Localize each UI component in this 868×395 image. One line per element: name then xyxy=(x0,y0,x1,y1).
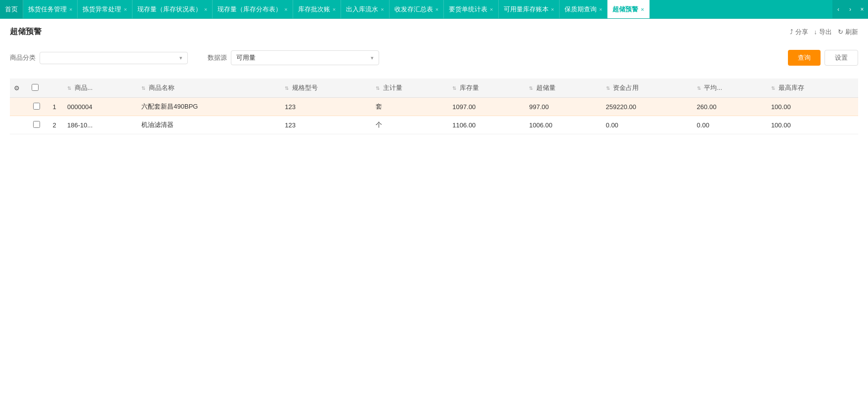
nav-abnormal[interactable]: 拣货异常处理 × xyxy=(78,0,132,18)
nav-inventory-batch[interactable]: 库存批次账 × xyxy=(293,0,341,18)
row-overstock-0: 997.00 xyxy=(525,98,602,116)
settings-button[interactable]: 设置 xyxy=(825,50,858,66)
row-gear-0 xyxy=(10,98,28,116)
datasource-filter-label: 数据源 xyxy=(208,53,227,62)
row-product-name-0: 六配套新昌490BPG xyxy=(137,98,281,116)
th-overstock[interactable]: ⇅ 超储量 xyxy=(525,79,602,98)
sort-icon-avg: ⇅ xyxy=(697,85,701,91)
row-avg-0: 260.00 xyxy=(693,98,767,116)
nav-receive-summary-label: 收发存汇总表 xyxy=(394,5,433,14)
sort-icon-inventory: ⇅ xyxy=(452,85,456,91)
main-content: 超储预警 ⤴ 分享 ↓ 导出 ↻ 刷新 商品分类 ▾ 数据源 xyxy=(0,19,868,395)
category-select[interactable]: ▾ xyxy=(40,52,188,64)
row-inventory-1: 1106.00 xyxy=(448,116,525,134)
th-inventory[interactable]: ⇅ 库存量 xyxy=(448,79,525,98)
select-all-checkbox[interactable] xyxy=(32,84,39,91)
sort-icon-spec: ⇅ xyxy=(285,85,289,91)
page-title: 超储预警 xyxy=(10,27,42,37)
refresh-icon: ↻ xyxy=(838,28,843,36)
refresh-button[interactable]: ↻ 刷新 xyxy=(838,28,858,37)
nav-task-mgmt-label: 拣货任务管理 xyxy=(28,5,67,14)
share-icon: ⤴ xyxy=(790,28,793,36)
nav-arrows: ‹ › × xyxy=(832,0,868,19)
share-button[interactable]: ⤴ 分享 xyxy=(790,28,808,37)
category-filter-label: 商品分类 xyxy=(10,53,36,62)
row-product-name-1: 机油滤清器 xyxy=(137,116,281,134)
row-spec-1: 123 xyxy=(281,116,372,134)
export-label: 导出 xyxy=(819,28,832,37)
nav-home[interactable]: 首页 xyxy=(0,0,23,18)
row-overstock-1: 1006.00 xyxy=(525,116,602,134)
header-actions: ⤴ 分享 ↓ 导出 ↻ 刷新 xyxy=(790,28,859,37)
row-avg-1: 0.00 xyxy=(693,116,767,134)
nav-quality-check[interactable]: 保质期查询 × xyxy=(560,0,608,18)
sort-icon-unit: ⇅ xyxy=(376,85,380,91)
nav-order-stats-close[interactable]: × xyxy=(490,6,493,12)
nav-inventory-dist[interactable]: 现存量（库存分布表） × xyxy=(213,0,293,18)
nav-abnormal-label: 拣货异常处理 xyxy=(83,5,121,14)
datasource-dropdown-icon: ▾ xyxy=(371,55,374,61)
export-icon: ↓ xyxy=(814,28,818,36)
table-row: 2 186-10... 机油滤清器 123 个 1106.00 1006.00 … xyxy=(10,116,858,134)
th-settings[interactable]: ⚙ xyxy=(10,79,28,98)
row-spec-0: 123 xyxy=(281,98,372,116)
datasource-filter: 数据源 可用量 ▾ xyxy=(208,50,379,65)
nav-inventory-dist-close[interactable]: × xyxy=(284,6,287,12)
nav-quality-check-close[interactable]: × xyxy=(599,6,602,12)
nav-inventory-batch-close[interactable]: × xyxy=(333,6,336,12)
nav-task-mgmt[interactable]: 拣货任务管理 × xyxy=(23,0,78,18)
export-button[interactable]: ↓ 导出 xyxy=(814,28,832,37)
query-button[interactable]: 查询 xyxy=(788,50,821,66)
nav-inventory-dist-label: 现存量（库存分布表） xyxy=(217,5,282,14)
nav-order-stats[interactable]: 要货单统计表 × xyxy=(444,0,498,18)
row-unit-1: 个 xyxy=(372,116,448,134)
th-product-name[interactable]: ⇅ 商品名称 xyxy=(137,79,281,98)
nav-inventory-status-label: 现存量（库存状况表） xyxy=(137,5,202,14)
page-header: 超储预警 ⤴ 分享 ↓ 导出 ↻ 刷新 xyxy=(10,27,858,37)
nav-abnormal-close[interactable]: × xyxy=(124,6,127,12)
nav-available-inventory[interactable]: 可用量库存账本 × xyxy=(499,0,560,18)
th-checkbox[interactable] xyxy=(28,79,45,98)
row-checkbox-cell-0[interactable] xyxy=(28,98,45,116)
filter-row: 商品分类 ▾ 数据源 可用量 ▾ 查询 设置 xyxy=(10,45,858,71)
datasource-select[interactable]: 可用量 ▾ xyxy=(231,50,379,65)
nav-close-all[interactable]: × xyxy=(856,0,868,19)
row-checkbox-0[interactable] xyxy=(33,103,40,110)
nav-inventory-status[interactable]: 现存量（库存状况表） × xyxy=(132,0,213,18)
th-capital[interactable]: ⇅ 资金占用 xyxy=(602,79,693,98)
row-product-code-1: 186-10... xyxy=(63,116,137,134)
nav-inventory-status-close[interactable]: × xyxy=(204,6,207,12)
nav-available-inventory-label: 可用量库存账本 xyxy=(504,5,549,14)
nav-inout-flow-close[interactable]: × xyxy=(381,6,384,12)
row-max-inventory-1: 100.00 xyxy=(767,116,858,134)
row-checkbox-cell-1[interactable] xyxy=(28,116,45,134)
nav-receive-summary[interactable]: 收发存汇总表 × xyxy=(390,0,444,18)
th-avg[interactable]: ⇅ 平均... xyxy=(693,79,767,98)
th-spec[interactable]: ⇅ 规格型号 xyxy=(281,79,372,98)
category-filter: 商品分类 ▾ xyxy=(10,52,188,64)
nav-available-inventory-close[interactable]: × xyxy=(551,6,554,12)
row-inventory-0: 1097.00 xyxy=(448,98,525,116)
th-product-code[interactable]: ⇅ 商品... xyxy=(63,79,137,98)
nav-order-stats-label: 要货单统计表 xyxy=(449,5,487,14)
sort-icon-capital: ⇅ xyxy=(606,85,610,91)
sort-icon-product-code: ⇅ xyxy=(67,85,71,91)
nav-receive-summary-close[interactable]: × xyxy=(435,6,438,12)
row-capital-0: 259220.00 xyxy=(602,98,693,116)
row-product-code-0: 0000004 xyxy=(63,98,137,116)
nav-inventory-batch-label: 库存批次账 xyxy=(298,5,330,14)
nav-inout-flow[interactable]: 出入库流水 × xyxy=(341,0,389,18)
nav-left-arrow[interactable]: ‹ xyxy=(832,0,844,19)
nav-right-arrow[interactable]: › xyxy=(844,0,856,19)
top-navigation: 首页 拣货任务管理 × 拣货异常处理 × 现存量（库存状况表） × 现存量（库存… xyxy=(0,0,868,19)
th-unit[interactable]: ⇅ 主计量 xyxy=(372,79,448,98)
row-checkbox-1[interactable] xyxy=(33,121,40,128)
nav-overstock-warning-label: 超储预警 xyxy=(612,5,638,14)
nav-overstock-warning-close[interactable]: × xyxy=(641,6,644,12)
nav-overstock-warning[interactable]: 超储预警 × xyxy=(608,0,649,18)
data-table: ⚙ ⇅ 商品... ⇅ 商品名称 ⇅ 规格型号 xyxy=(10,79,858,134)
row-num-1: 2 xyxy=(45,116,63,134)
th-max-inventory[interactable]: ⇅ 最高库存 xyxy=(767,79,858,98)
row-num-0: 1 xyxy=(45,98,63,116)
nav-task-mgmt-close[interactable]: × xyxy=(69,6,72,12)
